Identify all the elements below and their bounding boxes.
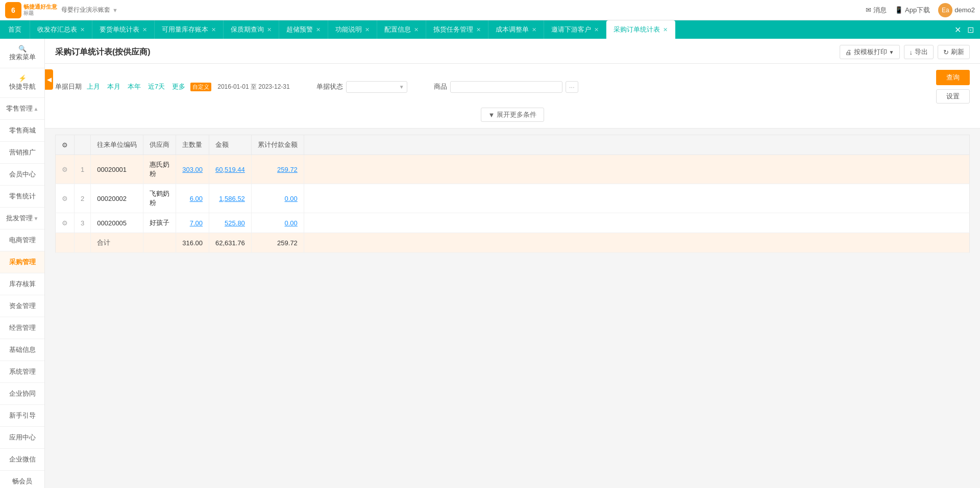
app-download-btn[interactable]: 📱 App下载 — [895, 6, 930, 15]
status-select[interactable] — [346, 81, 407, 93]
sidebar-item-purchase[interactable]: 采购管理 — [0, 251, 44, 273]
query-button[interactable]: 查询 — [936, 70, 970, 85]
expand-icon: ▼ — [488, 111, 495, 119]
shortcut-7days[interactable]: 近7天 — [146, 81, 167, 92]
sidebar-item-retail[interactable]: 零售管理 ▲ — [0, 98, 44, 120]
custom-date-badge[interactable]: 自定义 — [190, 83, 211, 91]
sidebar-item-vip[interactable]: 畅会员 — [0, 471, 44, 488]
sidebar-item-app-center[interactable]: 应用中心 — [0, 427, 44, 449]
print-icon: 🖨 — [845, 48, 852, 56]
expand-arrow-icon: ▼ — [34, 216, 39, 221]
expand-more-btn[interactable]: ▼ 展开更多条件 — [481, 108, 545, 122]
shortcut-this-year[interactable]: 本年 — [126, 81, 143, 92]
sidebar-item-retail-mall[interactable]: 零售商城 — [0, 120, 44, 142]
close-tab-icon[interactable]: ✕ — [316, 27, 321, 33]
refresh-button[interactable]: ↻ 刷新 — [938, 45, 970, 59]
close-tab-icon[interactable]: ✕ — [80, 27, 85, 33]
sidebar-item-retail-stats[interactable]: 零售统计 — [0, 186, 44, 208]
setting-button[interactable]: 设置 — [936, 89, 970, 104]
th-qty: 主数量 — [176, 135, 209, 155]
tab-pick-task[interactable]: 拣货任务管理 ✕ — [426, 20, 488, 39]
row-paid-amount[interactable]: 0.00 — [251, 213, 304, 233]
tab-expiry-query[interactable]: 保质期查询 ✕ — [224, 20, 279, 39]
sidebar-item-search[interactable]: 🔍 搜索菜单 — [0, 39, 44, 68]
sidebar-item-quick-nav[interactable]: ⚡ 快捷导航 — [0, 68, 44, 98]
tab-home[interactable]: 首页 — [0, 20, 30, 39]
sidebar-item-wholesale[interactable]: 批发管理 ▼ — [0, 208, 44, 229]
th-settings[interactable]: ⚙ — [56, 135, 75, 155]
sidebar-item-member[interactable]: 会员中心 — [0, 164, 44, 186]
tab-cost-adjust[interactable]: 成本调整单 ✕ — [488, 20, 544, 39]
tab-function-desc[interactable]: 功能说明 ✕ — [328, 20, 377, 39]
close-tab-icon[interactable]: ✕ — [532, 27, 536, 33]
row-qty[interactable]: 303.00 — [176, 155, 209, 184]
product-filter: 商品 ··· — [434, 81, 578, 93]
row-supplier: 飞鹤奶粉 — [143, 184, 176, 213]
close-tab-icon[interactable]: ✕ — [142, 27, 147, 33]
close-tab-icon[interactable]: ✕ — [365, 27, 370, 33]
sidebar-collapse-btn[interactable]: ◀ — [45, 69, 53, 90]
close-tab-icon[interactable]: ✕ — [663, 27, 668, 33]
tab-receive-summary[interactable]: 收发存汇总表 ✕ — [30, 20, 92, 39]
filter-area: 单据日期 上月 本月 本年 近7天 更多 自定义 2016-01-01 至 20… — [45, 64, 980, 129]
tab-config-info[interactable]: 配置信息 ✕ — [377, 20, 426, 39]
close-tab-icon[interactable]: ✕ — [267, 27, 272, 33]
row-qty[interactable]: 6.00 — [176, 184, 209, 213]
th-unit-code: 往来单位编码 — [91, 135, 143, 155]
shortcut-this-month[interactable]: 本月 — [105, 81, 122, 92]
shortcut-more[interactable]: 更多 — [170, 81, 187, 92]
filter-row-1: 单据日期 上月 本月 本年 近7天 更多 自定义 2016-01-01 至 20… — [55, 70, 970, 104]
tab-overstock[interactable]: 超储预警 ✕ — [279, 20, 328, 39]
sidebar-item-new-guide[interactable]: 新手引导 — [0, 405, 44, 427]
close-tab-icon[interactable]: ✕ — [414, 27, 419, 33]
row-qty[interactable]: 7.00 — [176, 213, 209, 233]
row-extra — [304, 155, 969, 184]
row-paid-amount[interactable]: 259.72 — [251, 155, 304, 184]
sidebar-item-finance[interactable]: 资金管理 — [0, 295, 44, 317]
nav-expand-btn[interactable]: ⊡ — [965, 24, 976, 36]
chevron-down-icon: ▼ — [112, 7, 118, 13]
row-settings[interactable]: ⚙ — [56, 213, 75, 233]
sidebar-item-marketing[interactable]: 营销推广 — [0, 142, 44, 164]
row-seq: 1 — [75, 155, 91, 184]
date-filter: 单据日期 上月 本月 本年 近7天 更多 自定义 — [55, 81, 211, 92]
row-amount[interactable]: 525.80 — [209, 213, 252, 233]
close-tab-icon[interactable]: ✕ — [476, 27, 481, 33]
sidebar-item-inventory[interactable]: 库存核算 — [0, 273, 44, 295]
row-amount[interactable]: 60,519.44 — [209, 155, 252, 184]
product-input[interactable] — [450, 81, 562, 93]
tab-purchase-summary[interactable]: 采购订单统计表 ✕ — [606, 20, 675, 39]
row-settings[interactable]: ⚙ — [56, 155, 75, 184]
sidebar-item-operations[interactable]: 经营管理 — [0, 317, 44, 339]
sidebar-item-basic-info[interactable]: 基础信息 — [0, 339, 44, 361]
tab-order-summary[interactable]: 要货单统计表 ✕ — [92, 20, 155, 39]
print-button[interactable]: 🖨 按模板打印 ▼ — [840, 45, 900, 59]
shortcut-last-month[interactable]: 上月 — [85, 81, 102, 92]
row-amount[interactable]: 1,586.52 — [209, 184, 252, 213]
expand-row: ▼ 展开更多条件 — [55, 108, 970, 122]
footer-empty1 — [56, 233, 75, 253]
th-paid-amount: 累计付款金额 — [251, 135, 304, 155]
close-tab-icon[interactable]: ✕ — [594, 27, 599, 33]
row-settings[interactable]: ⚙ — [56, 184, 75, 213]
sidebar-item-ecommerce[interactable]: 电商管理 — [0, 229, 44, 251]
export-button[interactable]: ↓ 导出 — [904, 45, 934, 59]
th-seq — [75, 135, 91, 155]
row-supplier: 惠氏奶粉 — [143, 155, 176, 184]
sidebar-item-system[interactable]: 系统管理 — [0, 361, 44, 383]
footer-label: 合计 — [91, 233, 143, 253]
row-unit-code: 00020005 — [91, 213, 143, 233]
user-area[interactable]: Ea demo2 — [938, 3, 975, 17]
more-filter-icon[interactable]: ··· — [566, 81, 578, 93]
close-tab-icon[interactable]: ✕ — [211, 27, 216, 33]
date-range-display: 2016-01-01 至 2023-12-31 — [217, 83, 289, 91]
message-btn[interactable]: ✉ 消息 — [866, 6, 887, 15]
logo-area: 6 畅捷通好生意 标题 — [5, 2, 57, 18]
breadcrumb[interactable]: 母婴行业演示账套 ▼ — [61, 6, 118, 14]
sidebar-item-enterprise-wechat[interactable]: 企业微信 — [0, 449, 44, 471]
tab-available-stock[interactable]: 可用量库存账本 ✕ — [155, 20, 224, 39]
row-paid-amount[interactable]: 0.00 — [251, 184, 304, 213]
tab-invite-customer[interactable]: 邀请下游客户 ✕ — [544, 20, 606, 39]
sidebar-item-enterprise[interactable]: 企业协同 — [0, 383, 44, 405]
nav-close-btn[interactable]: ✕ — [952, 24, 963, 36]
